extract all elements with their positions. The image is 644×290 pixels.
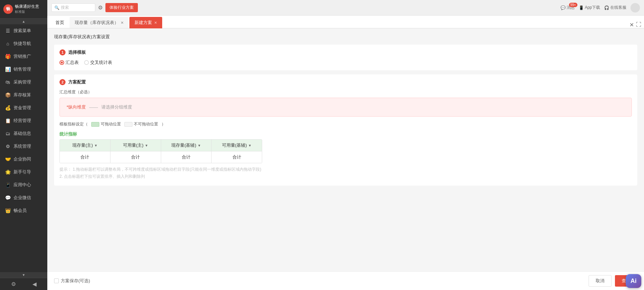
no-drag-indicator: 不可拖动位置 [124, 121, 158, 127]
app-name: 畅康通好生意 [15, 4, 39, 9]
inventory-icon: 📦 [5, 92, 11, 98]
cell-available-main: 合计 [110, 151, 161, 163]
tab-inventory[interactable]: 现存量（库存状况表） ✕ [70, 17, 129, 28]
sidebar-item-member[interactable]: 👑 畅会员 [0, 204, 47, 217]
sidebar-item-inventory[interactable]: 📦 库存核算 [0, 89, 47, 101]
chevron-down-icon: ▼ [248, 144, 252, 147]
template-indicator-suffix: ） [162, 121, 166, 127]
ai-label: Ai [630, 277, 637, 285]
dimension-box[interactable]: *纵向维度 —— 请选择分组维度 [59, 98, 632, 117]
marketing-icon: 🎁 [5, 53, 11, 59]
radio-cross-table[interactable]: 交叉统计表 [84, 59, 112, 66]
section1-header: 1 选择模板 [59, 49, 632, 55]
sidebar-item-purchase[interactable]: 🛍 采购管理 [0, 76, 47, 89]
sidebar-item-label: 应用中心 [14, 182, 31, 188]
page-title: 现存量(库存状况表)方案设置 [54, 34, 637, 40]
sidebar-item-basic-info[interactable]: 🗂 基础信息 [0, 127, 47, 140]
logo-icon: 畅 [3, 4, 13, 14]
ai-bubble[interactable]: Ai [626, 274, 641, 288]
sidebar-item-new-guide[interactable]: 🌟 新手引导 [0, 166, 47, 178]
tab-home-label: 首页 [55, 20, 64, 26]
topbar-settings-icon[interactable]: ⚙ [98, 4, 103, 11]
step2-badge: 2 [59, 79, 66, 85]
draggable-box [91, 122, 99, 127]
cell-available-aux: 合计 [212, 151, 262, 163]
app-version: 标准版 [15, 9, 39, 14]
no-drag-box [124, 122, 132, 127]
dimension-placeholder: 请选择分组维度 [101, 104, 132, 110]
template-radio-group: 汇总表 交叉统计表 [59, 59, 632, 66]
topbar-search[interactable]: 🔍 搜索 [51, 3, 95, 12]
cell-current-main: 合计 [60, 151, 110, 163]
message-button[interactable]: 💬 消息 99+ [561, 5, 575, 10]
stats-table-body: 合计 合计 合计 合计 [60, 151, 262, 163]
quick-nav-icon: ⌂ [5, 41, 11, 47]
tab-inventory-label: 现存量（库存状况表） [75, 20, 119, 26]
enterprise-wechat-icon: 💬 [5, 195, 11, 201]
draggable-indicator: 可拖动位置 [91, 121, 121, 127]
sidebar-item-label: 营销推广 [14, 53, 31, 59]
sidebar-item-label: 企业微信 [14, 195, 31, 201]
save-option[interactable]: 方案保存(可选) [54, 278, 90, 284]
sidebar-item-marketing[interactable]: 🎁 营销推广 [0, 50, 47, 63]
sidebar-item-label: 经营管理 [14, 118, 31, 124]
basic-info-icon: 🗂 [5, 130, 11, 137]
col-current-aux[interactable]: 现存量(基辅) ▼ [161, 140, 212, 151]
online-service-button[interactable]: 🎧 在线客服 [604, 5, 626, 10]
dimension-label: 汇总维度（必选） [59, 89, 632, 95]
sidebar-item-contract[interactable]: 🤝 企业协同 [0, 153, 47, 166]
sidebar-item-label: 系统管理 [14, 143, 31, 149]
tab-inventory-close-icon[interactable]: ✕ [121, 21, 124, 25]
settings-icon[interactable]: ⚙ [11, 281, 16, 287]
col-current-main[interactable]: 现存量(主) ▼ [60, 140, 110, 151]
app-download-button[interactable]: 📱 App下载 [579, 5, 600, 10]
page-footer: 方案保存(可选) 取消 查询 [47, 271, 644, 290]
message-icon: 💬 [561, 5, 566, 10]
message-badge: 99+ [569, 3, 577, 7]
radio-summary-table[interactable]: 汇总表 [59, 59, 79, 66]
sidebar-item-label: 畅会员 [14, 208, 27, 214]
collapse-icon[interactable]: ◀ [32, 281, 36, 287]
tab-home[interactable]: 首页 [51, 17, 69, 28]
cancel-button[interactable]: 取消 [589, 275, 612, 287]
topbar: 🔍 搜索 ⚙ 体验行业方案 💬 消息 99+ 📱 App下载 🎧 在线客服 [47, 0, 644, 16]
trial-industry-plan-button[interactable]: 体验行业方案 [105, 3, 138, 12]
sidebar-scroll-down[interactable]: ▼ [0, 272, 47, 278]
sidebar-item-app-center[interactable]: 📱 应用中心 [0, 178, 47, 191]
radio-cross-label: 交叉统计表 [90, 59, 112, 66]
col-available-aux[interactable]: 可用量(基辅) ▼ [212, 140, 262, 151]
sidebar-item-quick-nav[interactable]: ⌂ 快捷导航 [0, 37, 47, 50]
tab-new-plan-close-icon[interactable]: ✕ [154, 21, 157, 25]
tab-new-plan[interactable]: 新建方案 ✕ [129, 17, 162, 28]
minimize-icon[interactable]: ✕ [629, 22, 634, 28]
search-menu-icon: ☰ [5, 28, 11, 34]
sidebar-item-search-menu[interactable]: ☰ 搜索菜单 [0, 24, 47, 37]
sidebar-item-finance[interactable]: 💰 资金管理 [0, 101, 47, 114]
purchase-icon: 🛍 [5, 79, 11, 85]
sidebar-bottom: ⚙ ◀ [0, 278, 47, 290]
topbar-right: 💬 消息 99+ 📱 App下载 🎧 在线客服 [561, 3, 640, 13]
sidebar-item-system[interactable]: ⚙ 系统管理 [0, 140, 47, 153]
sales-icon: 📊 [5, 66, 11, 72]
radio-cross-dot [84, 60, 89, 65]
phone-icon: 📱 [579, 5, 584, 10]
sidebar-nav: ☰ 搜索菜单 ⌂ 快捷导航 🎁 营销推广 📊 销售管理 🛍 采购管理 📦 库存核… [0, 24, 47, 272]
maximize-icon[interactable]: ⛶ [636, 22, 641, 28]
stats-title: 统计指标 [59, 131, 632, 137]
sidebar-item-sales[interactable]: 📊 销售管理 [0, 63, 47, 76]
sidebar-item-enterprise-wechat[interactable]: 💬 企业微信 [0, 191, 47, 204]
no-drag-label: 不可拖动位置 [134, 121, 158, 127]
tab-new-plan-label: 新建方案 [134, 20, 152, 26]
stats-table: 现存量(主) ▼ 可用量(主) ▼ 现存量(基辅) ▼ 可用量(基辅) ▼ [59, 139, 262, 163]
user-avatar[interactable] [630, 3, 640, 13]
topbar-left: 🔍 搜索 ⚙ 体验行业方案 [51, 3, 558, 12]
system-icon: ⚙ [5, 143, 11, 149]
sidebar-item-label: 基础信息 [14, 130, 31, 137]
save-checkbox[interactable] [54, 279, 59, 283]
sidebar-scroll-up[interactable]: ▲ [0, 19, 47, 24]
sidebar-item-operations[interactable]: 📋 经营管理 [0, 114, 47, 127]
col-available-main[interactable]: 可用量(主) ▼ [110, 140, 161, 151]
section2-header: 2 方案配置 [59, 79, 632, 85]
tips-section: 提示： 1.拖动标题栏可以调整布局，不可跨维度或指标区域拖动栏目字段(只能在同一… [59, 167, 632, 179]
tip-1: 提示： 1.拖动标题栏可以调整布局，不可跨维度或指标区域拖动栏目字段(只能在同一… [59, 167, 632, 172]
